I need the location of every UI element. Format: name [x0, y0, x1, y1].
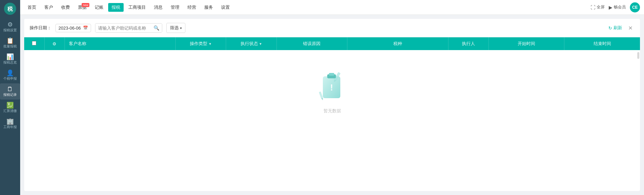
- sidebar-item-label-huisuanjiaonaon: 汇算清缴: [3, 109, 17, 113]
- svg-text:税: 税: [7, 6, 13, 12]
- search-box: 🔍: [95, 23, 162, 33]
- new-badge: new: [82, 3, 89, 7]
- svg-rect-8: [319, 91, 323, 99]
- sidebar-item-label-piliangshuibao: 批量报税: [3, 44, 17, 48]
- nav-shouye[interactable]: 首页: [24, 3, 40, 12]
- refresh-label: 刷新: [613, 25, 622, 31]
- fullscreen-btn[interactable]: ⛶ 全屏: [591, 4, 605, 10]
- sidebar-item-baoshuijilu[interactable]: 🗒 报税记录: [0, 83, 20, 100]
- date-picker[interactable]: 2023-06-06 📅: [55, 24, 91, 32]
- refresh-icon: ↻: [608, 26, 612, 31]
- vip-icon: ▶: [609, 5, 612, 10]
- col-error-header: 错误原因: [276, 37, 347, 50]
- nav-baoshui[interactable]: 报税: [108, 3, 124, 12]
- refresh-button[interactable]: ↻ 刷新: [608, 25, 622, 31]
- gear-icon[interactable]: ⚙: [52, 41, 56, 46]
- svg-rect-6: [329, 73, 334, 76]
- nav-items: 首页 客户 收费 票据 new 记账 报税 工商项目 消息: [24, 3, 591, 12]
- toolbar: 操作日期： 2023-06-06 📅 🔍 筛选 ▾ ↻ 刷新: [24, 19, 640, 37]
- sidebar-item-geshuishenbaon[interactable]: 👤 个税申报: [0, 67, 20, 83]
- sidebar: 税 ⚙ 报税设置 📋 批量报税 📊 报税总览 👤 个税申报 🗒 报税记录 💹 汇…: [0, 0, 20, 195]
- navbar: 首页 客户 收费 票据 new 记账 报税 工商项目 消息: [20, 0, 644, 15]
- empty-illustration: !: [315, 70, 349, 104]
- empty-text: 暂无数据: [324, 108, 341, 114]
- main-wrapper: 首页 客户 收费 票据 new 记账 报税 工商项目 消息: [20, 0, 644, 195]
- empty-svg: !: [315, 70, 349, 107]
- sidebar-item-label-baoshuizonglan: 报税总览: [3, 61, 17, 65]
- record-icon: 🗒: [7, 86, 13, 92]
- col-tax-header: 税种: [347, 37, 448, 50]
- nav-shoufei[interactable]: 收费: [58, 3, 73, 12]
- vip-label: 畅会员: [614, 4, 626, 10]
- report-settings-icon: ⚙: [7, 22, 13, 28]
- nav-gongshang[interactable]: 工商项目: [125, 3, 149, 12]
- search-input[interactable]: [95, 24, 151, 32]
- empty-state: !: [24, 50, 640, 134]
- calendar-icon: 📅: [83, 26, 88, 30]
- nav-piao[interactable]: 票据 new: [75, 3, 90, 12]
- table-wrapper: ⚙ 客户名称 操作类型 ▼: [24, 37, 640, 134]
- close-button[interactable]: ✕: [626, 24, 635, 32]
- svg-text:!: !: [330, 82, 333, 92]
- nav-guanli[interactable]: 管理: [167, 3, 183, 12]
- nav-jingying[interactable]: 经营: [184, 3, 200, 12]
- sidebar-item-gongshangnianbao[interactable]: 🏢 工商年报: [0, 116, 20, 132]
- date-label: 操作日期：: [30, 25, 51, 31]
- search-button[interactable]: 🔍: [151, 24, 162, 32]
- nav-xiaoxi[interactable]: 消息: [151, 3, 166, 12]
- sidebar-item-label-baoshuishezhi: 报税设置: [3, 28, 17, 32]
- vip-btn[interactable]: ▶ 畅会员: [609, 4, 626, 10]
- col-optype-header: 操作类型 ▼: [176, 37, 226, 50]
- app-logo[interactable]: 税: [4, 3, 16, 15]
- annual-report-icon: 🏢: [6, 118, 14, 124]
- content-area: 操作日期： 2023-06-06 📅 🔍 筛选 ▾ ↻ 刷新: [20, 15, 644, 195]
- chevron-down-icon: ▾: [180, 26, 182, 30]
- avatar-text: CE: [632, 5, 638, 10]
- page-container: 操作日期： 2023-06-06 📅 🔍 筛选 ▾ ↻ 刷新: [24, 19, 640, 191]
- status-filter-icon[interactable]: ▼: [259, 42, 262, 46]
- nav-jizhang[interactable]: 记账: [91, 3, 107, 12]
- nav-fuwu[interactable]: 服务: [201, 3, 216, 12]
- personal-tax-icon: 👤: [6, 70, 14, 76]
- sidebar-item-label-geshuishenbaon: 个税申报: [3, 77, 17, 81]
- col-executor-header: 执行人: [448, 37, 488, 50]
- col-starttime-header: 开始时间: [488, 37, 564, 50]
- sidebar-item-piliangshuibao[interactable]: 📋 批量报税: [0, 35, 20, 51]
- col-gear-header: ⚙: [44, 37, 65, 50]
- avatar[interactable]: CE: [630, 2, 640, 12]
- nav-kehu[interactable]: 客户: [41, 3, 56, 12]
- settlement-icon: 💹: [6, 102, 14, 108]
- sidebar-item-huisuanjiaonaon[interactable]: 💹 汇算清缴: [0, 100, 20, 116]
- col-status-header: 执行状态 ▼: [226, 37, 276, 50]
- sidebar-item-label-baoshuijilu: 报税记录: [3, 93, 17, 97]
- sidebar-item-label-gongshangnianbao: 工商年报: [3, 125, 17, 129]
- fullscreen-icon: ⛶: [591, 5, 595, 10]
- navbar-right: ⛶ 全屏 ▶ 畅会员 CE: [591, 2, 640, 12]
- data-table: ⚙ 客户名称 操作类型 ▼: [24, 37, 640, 134]
- sidebar-item-baoshuishezhi[interactable]: ⚙ 报税设置: [0, 19, 20, 35]
- select-all-checkbox[interactable]: [32, 41, 36, 45]
- date-value: 2023-06-06: [58, 26, 81, 31]
- overview-icon: 📊: [6, 54, 14, 60]
- filter-button[interactable]: 筛选 ▾: [166, 23, 185, 33]
- col-endtime-header: 结束时间: [564, 37, 640, 50]
- optype-filter-icon[interactable]: ▼: [208, 42, 212, 46]
- col-customer-header: 客户名称: [65, 37, 176, 50]
- nav-shezhi[interactable]: 设置: [218, 3, 233, 12]
- sidebar-item-baoshuizonglan[interactable]: 📊 报税总览: [0, 51, 20, 67]
- filter-label: 筛选: [170, 25, 179, 31]
- batch-tax-icon: 📋: [6, 38, 14, 44]
- fullscreen-label: 全屏: [597, 4, 605, 10]
- col-check-header: [24, 37, 44, 50]
- scrollbar-thumb[interactable]: [637, 52, 639, 59]
